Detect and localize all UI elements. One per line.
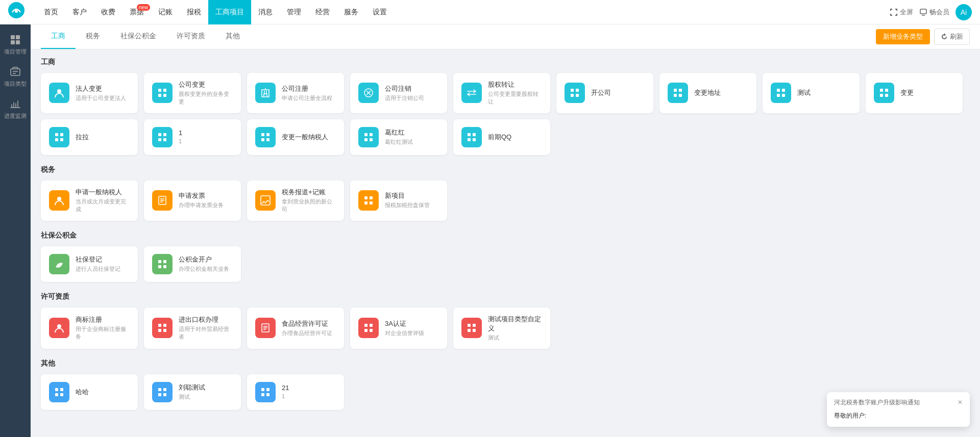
card-name-0-4: 股权转让 <box>488 80 542 89</box>
card-icon-0-2 <box>255 83 276 103</box>
card-desc-1-0: 当月或次月成变更完成 <box>76 198 130 214</box>
card-icon-4-1 <box>152 382 173 402</box>
card-name-0-3: 公司注销 <box>385 84 424 93</box>
card-3-0[interactable]: 商标注册用于企业商标注册服务 <box>41 307 138 349</box>
card-desc-1-2: 拿到营业执照的新公司 <box>282 198 336 214</box>
avatar[interactable]: Ai <box>955 4 972 20</box>
card-info-0-10: 11 <box>179 129 182 145</box>
sidebar-item-progress[interactable]: 进度监测 <box>0 93 31 125</box>
card-0-0[interactable]: 法人变更适用于公司变更法人 <box>41 73 138 113</box>
card-info-3-0: 商标注册用于企业商标注册服务 <box>76 315 130 341</box>
nav-service[interactable]: 服务 <box>337 0 365 24</box>
logo[interactable] <box>8 2 29 22</box>
card-3-4[interactable]: 测试项目类型自定义测试 <box>453 307 550 349</box>
nav-billing[interactable]: 收费 <box>94 0 122 24</box>
svg-rect-25 <box>674 94 677 97</box>
card-1-0[interactable]: 申请一般纳税人当月或次月成变更完成 <box>41 181 138 221</box>
svg-rect-83 <box>60 393 63 396</box>
fullscreen-btn[interactable]: 全屏 <box>890 8 913 17</box>
card-0-2[interactable]: 公司注册申请公司注册全流程 <box>247 73 344 113</box>
nav-right: 全屏 畅会员 Ai <box>890 4 972 20</box>
card-1-1[interactable]: 申请发票办理申请发票业务 <box>144 181 241 221</box>
nav-home[interactable]: 首页 <box>37 0 65 24</box>
nav-customer[interactable]: 客户 <box>65 0 94 24</box>
card-icon-1-1 <box>152 190 173 211</box>
card-0-13[interactable]: 前期QQ <box>453 119 550 155</box>
card-0-1[interactable]: 公司变更股权变更外的业务变更 <box>144 73 241 113</box>
card-1-3[interactable]: 新项目报税加税控盘保管 <box>350 181 447 221</box>
card-0-6[interactable]: 变更地址 <box>659 73 756 113</box>
nav-message[interactable]: 消息 <box>251 0 280 24</box>
card-icon-0-4 <box>461 83 482 103</box>
card-icon-3-3 <box>358 318 379 338</box>
svg-rect-46 <box>266 138 270 141</box>
card-icon-4-2 <box>255 382 276 402</box>
nav-ticket[interactable]: 票据 new <box>122 0 151 24</box>
svg-rect-61 <box>370 201 373 204</box>
new-type-button[interactable]: 新增业务类型 <box>876 29 930 44</box>
card-3-1[interactable]: 进出口权办理适用于对外贸易经营者 <box>144 307 241 349</box>
svg-rect-81 <box>60 388 63 391</box>
card-0-9[interactable]: 拉拉 <box>41 119 138 155</box>
tab-gongshang[interactable]: 工商 <box>41 24 76 49</box>
svg-rect-15 <box>266 91 267 92</box>
card-info-1-1: 申请发票办理申请发票业务 <box>179 191 224 209</box>
card-info-0-7: 测试 <box>797 88 811 97</box>
card-0-3[interactable]: 公司注销适用于注销公司 <box>350 73 447 113</box>
nav-bookkeeping[interactable]: 记账 <box>151 0 180 24</box>
svg-rect-13 <box>262 90 269 97</box>
toolbar: 工商 税务 社保公积金 许可资质 其他 新增业务类型 刷新 <box>31 24 980 49</box>
tab-other[interactable]: 其他 <box>215 24 250 49</box>
svg-rect-59 <box>370 196 373 199</box>
refresh-button[interactable]: 刷新 <box>934 29 970 45</box>
nav-manage[interactable]: 管理 <box>280 0 308 24</box>
nav-settings[interactable]: 设置 <box>365 0 394 24</box>
section-title-1: 税务 <box>41 165 970 174</box>
card-0-7[interactable]: 测试 <box>763 73 860 113</box>
card-name-1-3: 新项目 <box>385 191 430 200</box>
notification-close-icon[interactable]: ✕ <box>958 399 963 406</box>
card-0-12[interactable]: 葛红红葛红红测试 <box>350 119 447 155</box>
svg-rect-11 <box>158 94 161 97</box>
card-info-4-1: 刘聪测试测试 <box>179 383 205 401</box>
card-0-10[interactable]: 11 <box>144 119 241 155</box>
card-0-4[interactable]: 股权转让公司变更需要股权转让 <box>453 73 550 113</box>
nav-operation[interactable]: 经营 <box>308 0 337 24</box>
sidebar-item-project-type[interactable]: 项目类型 <box>0 61 31 93</box>
card-info-4-2: 211 <box>282 384 289 400</box>
card-3-2[interactable]: 食品经营许可证办理食品经营许可证 <box>247 307 344 349</box>
card-0-5[interactable]: 开公司 <box>556 73 653 113</box>
tab-shuiwu[interactable]: 税务 <box>76 24 110 49</box>
card-4-1[interactable]: 刘聪测试测试 <box>144 374 241 410</box>
card-info-0-5: 开公司 <box>591 88 611 97</box>
tab-xuke[interactable]: 许可资质 <box>166 24 215 49</box>
card-4-0[interactable]: 哈哈 <box>41 374 138 410</box>
card-4-2[interactable]: 211 <box>247 374 344 410</box>
card-desc-3-0: 用于企业商标注册服务 <box>76 325 130 341</box>
svg-rect-89 <box>266 388 270 391</box>
card-1-2[interactable]: 税务报道+记账拿到营业执照的新公司 <box>247 181 344 221</box>
card-name-0-11: 变更一般纳税人 <box>282 133 328 142</box>
svg-point-55 <box>57 197 61 201</box>
sidebar-item-project-manage[interactable]: 项目管理 <box>0 29 31 61</box>
svg-rect-51 <box>468 133 471 136</box>
member-btn[interactable]: 畅会员 <box>919 8 949 17</box>
card-0-11[interactable]: 变更一般纳税人 <box>247 119 344 155</box>
nav-business[interactable]: 工商项目 <box>208 0 251 24</box>
card-grid-0: 法人变更适用于公司变更法人公司变更股权变更外的业务变更公司注册申请公司注册全流程… <box>41 73 970 155</box>
nav-tax[interactable]: 报税 <box>180 0 208 24</box>
card-icon-4-0 <box>49 382 69 402</box>
card-0-8[interactable]: 变更 <box>866 73 963 113</box>
card-info-0-6: 变更地址 <box>694 88 721 97</box>
card-icon-0-9 <box>49 127 69 147</box>
card-desc-3-4: 测试 <box>488 334 542 342</box>
card-name-0-10: 1 <box>179 129 182 137</box>
card-2-1[interactable]: 公积金开户办理公积金相关业务 <box>144 246 241 282</box>
card-name-0-2: 公司注册 <box>282 84 332 93</box>
card-info-0-12: 葛红红葛红红测试 <box>385 128 413 146</box>
card-2-0[interactable]: 社保登记进行人员社保登记 <box>41 246 138 282</box>
card-3-3[interactable]: 3A认证对企业信誉评级 <box>350 307 447 349</box>
svg-rect-82 <box>55 393 58 396</box>
tab-shebao[interactable]: 社保公积金 <box>110 24 166 49</box>
svg-rect-52 <box>473 133 476 136</box>
